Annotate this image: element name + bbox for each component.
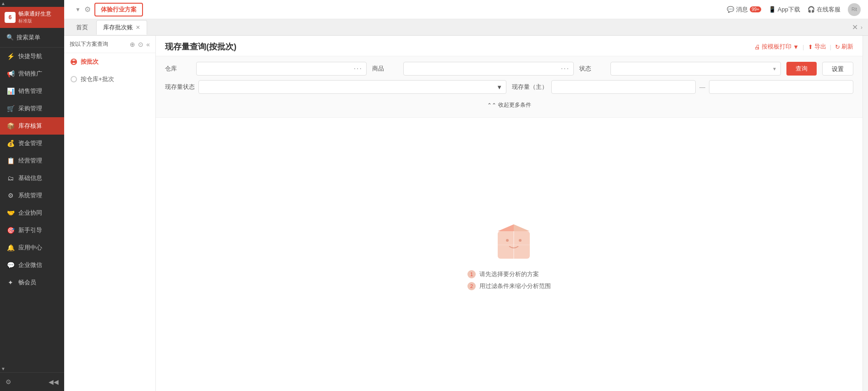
- sidebar-item-企业微信[interactable]: 💬企业微信: [0, 256, 64, 274]
- filter-collapse-button[interactable]: «: [146, 41, 150, 48]
- nav-label-12: 企业微信: [18, 261, 42, 269]
- app-name: 畅康通好生意: [18, 11, 51, 18]
- hint-number-1: 1: [467, 270, 476, 278]
- nav-icon-4: 📦: [6, 122, 15, 130]
- sidebar-item-企业协同[interactable]: 🤝企业协同: [0, 204, 64, 222]
- sidebar-item-库存核算[interactable]: 📦库存核算: [0, 117, 64, 135]
- query-button[interactable]: 查询: [786, 62, 817, 76]
- search-menu-button[interactable]: 🔍 搜索菜单: [4, 32, 60, 43]
- sidebar-scroll-up[interactable]: ▲: [0, 0, 64, 7]
- add-filter-button[interactable]: ⊕: [130, 41, 135, 48]
- filter-panel: 按以下方案查询 ⊕ ⊙ « 按批次 按仓库+批次: [64, 36, 156, 391]
- inventory-qty-end[interactable]: [709, 80, 853, 94]
- form-row-2: 现存量状态 ▼ 现存量（主） —: [165, 80, 853, 94]
- online-service-action[interactable]: 🎧 在线客服: [808, 5, 841, 14]
- nav-label-1: 营销推广: [18, 70, 42, 78]
- settings-action-button[interactable]: 设置: [822, 62, 853, 76]
- warehouse-field: 仓库 ···: [165, 62, 367, 76]
- refresh-icon: ↻: [835, 43, 840, 50]
- sidebar-search-section: 🔍 搜索菜单: [0, 28, 64, 48]
- close-panel-button[interactable]: ✕: [852, 23, 858, 32]
- goods-more-icon: ···: [561, 65, 570, 73]
- inventory-status-label: 现存量状态: [165, 83, 195, 91]
- filter-settings-button[interactable]: ⊙: [138, 41, 143, 48]
- topbar-gear-button[interactable]: ⚙: [84, 5, 91, 14]
- export-button[interactable]: ⬆ 导出: [808, 43, 826, 51]
- inventory-qty-start[interactable]: [551, 80, 696, 94]
- goods-label: 商品: [372, 65, 400, 73]
- goods-field: 商品 ···: [372, 62, 574, 76]
- filter-panel-title: 按以下方案查询: [70, 40, 108, 48]
- tab-home[interactable]: 首页: [70, 21, 94, 34]
- sidebar-item-应用中心[interactable]: 🔔应用中心: [0, 239, 64, 256]
- nav-icon-2: 📊: [6, 87, 15, 95]
- warehouse-input[interactable]: ···: [196, 62, 367, 76]
- empty-svg: [486, 215, 541, 266]
- svg-point-6: [519, 239, 522, 242]
- svg-marker-1: [498, 224, 514, 231]
- print-dropdown-icon: ▼: [793, 43, 799, 50]
- filter-item-0[interactable]: 按批次: [64, 53, 155, 71]
- title-actions: 🖨 按模板打印 ▼ | ⬆ 导出 | ↻ 刷新: [754, 43, 853, 51]
- sidebar-item-基础信息[interactable]: 🗂基础信息: [0, 169, 64, 187]
- filter-item-1[interactable]: 按仓库+批次: [64, 71, 155, 88]
- divider-2: |: [830, 43, 831, 50]
- sidebar-scroll-down[interactable]: ▼: [0, 365, 64, 372]
- goods-input[interactable]: ···: [403, 62, 574, 76]
- filter-item-label-1: 按仓库+批次: [81, 75, 114, 83]
- nav-label-13: 畅会员: [18, 278, 36, 287]
- sidebar-item-畅会员[interactable]: ✦畅会员: [0, 274, 64, 291]
- nav-label-2: 销售管理: [18, 87, 42, 95]
- topbar-left: ▼ ⚙ 体验行业方案: [71, 3, 722, 16]
- sidebar-settings-button[interactable]: ⚙: [4, 376, 13, 387]
- inventory-status-field: 现存量状态 ▼: [165, 80, 506, 94]
- main-content: 现存量查询(按批次) 🖨 按模板打印 ▼ | ⬆ 导出 | ↻: [156, 36, 863, 391]
- sidebar-item-销售管理[interactable]: 📊销售管理: [0, 82, 64, 100]
- messages-action[interactable]: 💬 消息 99+: [727, 5, 761, 14]
- topbar-dropdown-button[interactable]: ▼: [75, 6, 81, 13]
- svg-point-5: [506, 239, 509, 242]
- nav-icon-7: 🗂: [6, 174, 15, 182]
- user-avatar-action[interactable]: Rit: [848, 3, 861, 16]
- hint-text-2: 用过滤条件来缩小分析范围: [479, 282, 551, 290]
- right-scrollbar-panel: [863, 36, 868, 391]
- sidebar-item-资金管理[interactable]: 💰资金管理: [0, 135, 64, 152]
- warehouse-label: 仓库: [165, 65, 192, 73]
- collapse-more-button[interactable]: ⌃⌃ 收起更多条件: [165, 98, 853, 112]
- content-area: 按以下方案查询 ⊕ ⊙ « 按批次 按仓库+批次 现存量查询(按批次): [64, 36, 868, 391]
- radio-icon-1: [71, 76, 77, 82]
- sidebar-item-营销推广[interactable]: 📢营销推广: [0, 65, 64, 82]
- inventory-status-select[interactable]: ▼: [198, 80, 506, 94]
- inventory-status-dropdown-icon: ▼: [496, 84, 502, 91]
- sidebar-item-经营管理[interactable]: 📋经营管理: [0, 152, 64, 169]
- printer-icon: 🖨: [754, 43, 760, 50]
- status-dropdown-icon: ▼: [772, 66, 777, 71]
- nav-icon-9: 🤝: [6, 209, 15, 217]
- sidebar-collapse-button[interactable]: ◀◀: [47, 376, 60, 387]
- search-menu-label: 搜索菜单: [16, 33, 40, 42]
- refresh-button[interactable]: ↻ 刷新: [835, 43, 853, 51]
- status-field: 状态 ▼: [579, 62, 781, 76]
- phone-icon: 📱: [769, 6, 776, 13]
- filter-panel-header: 按以下方案查询 ⊕ ⊙ «: [64, 36, 155, 53]
- nav-label-0: 快捷导航: [18, 52, 42, 60]
- sidebar-item-快捷导航[interactable]: ⚡快捷导航: [0, 48, 64, 65]
- collapse-chevron-icon: ⌃⌃: [487, 102, 496, 109]
- nav-label-9: 企业协同: [18, 209, 42, 217]
- messages-badge: 99+: [750, 6, 761, 12]
- experience-button[interactable]: 体验行业方案: [94, 3, 143, 16]
- print-button[interactable]: 🖨 按模板打印 ▼: [754, 43, 799, 51]
- close-tab-button[interactable]: ✕: [136, 25, 140, 30]
- tab-batch-account[interactable]: 库存批次账 ✕: [96, 20, 147, 35]
- hint-number-2: 2: [467, 282, 476, 290]
- main-area: ▼ ⚙ 体验行业方案 💬 消息 99+ 📱 App下载 🎧 在线客服 Rit: [64, 0, 868, 391]
- nav-label-11: 应用中心: [18, 244, 42, 252]
- status-input[interactable]: ▼: [610, 62, 781, 76]
- app-download-action[interactable]: 📱 App下载: [769, 5, 800, 14]
- sidebar-item-新手引导[interactable]: 🎯新手引导: [0, 222, 64, 239]
- filter-items-list: 按批次 按仓库+批次: [64, 53, 155, 88]
- export-icon: ⬆: [808, 43, 813, 50]
- sidebar-item-系统管理[interactable]: ⚙系统管理: [0, 187, 64, 204]
- nav-label-8: 系统管理: [18, 191, 42, 200]
- sidebar-item-采购管理[interactable]: 🛒采购管理: [0, 100, 64, 117]
